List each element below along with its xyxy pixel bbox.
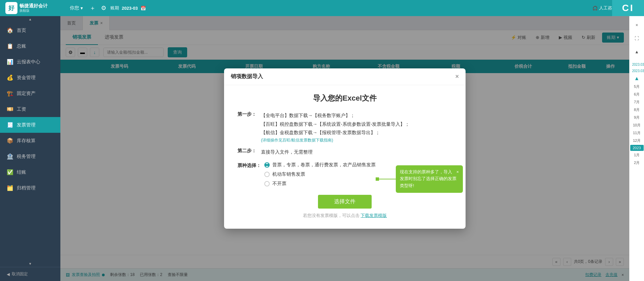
- sidebar-item-settle[interactable]: ✅ 结账: [0, 164, 60, 180]
- fund-icon: 💰: [7, 74, 13, 81]
- sidebar-item-inventory[interactable]: 📦 库存核算: [0, 133, 60, 149]
- ticket-choice: 票种选择： 普票，专票，卷票，通行费发票，农产品销售发票 机动车销售发票: [237, 162, 452, 187]
- radio-option-2[interactable]: 机动车销售发票: [264, 171, 376, 177]
- settings-icon[interactable]: ⚙: [101, 4, 106, 12]
- radio-circle-1: [264, 162, 270, 168]
- sidebar-item-tax[interactable]: 🏦 税务管理: [0, 149, 60, 164]
- sidebar-item-label: 归档管理: [17, 185, 36, 191]
- logo-sub: 旗舰版: [19, 8, 48, 13]
- tooltip-text: 现在支持的票种多了，导入发票时别忘了选择正确的发票类型呀!: [400, 169, 457, 188]
- month-2[interactable]: 2月: [630, 159, 644, 166]
- radio-group: 普票，专票，卷票，通行费发票，农产品销售发票 机动车销售发票 不开票: [264, 162, 376, 187]
- headset-icon: 🎧: [592, 6, 598, 11]
- month-sep-up[interactable]: ▲: [630, 74, 644, 82]
- modal-footer-text: 若您没有发票模版，可以点击: [303, 213, 360, 218]
- select-file-button[interactable]: 选择文件: [318, 195, 372, 209]
- month-10[interactable]: 10月: [630, 122, 644, 129]
- month-7[interactable]: 7月: [630, 99, 644, 106]
- fixed-icon: 🏗️: [7, 90, 13, 97]
- period-selector[interactable]: 账期 2023-03 📅: [110, 5, 146, 11]
- company-selector[interactable]: 你您 ▾: [70, 5, 83, 11]
- modal-close-button[interactable]: ×: [455, 73, 459, 80]
- step1-line2: 【百旺】税控盘数据下载→【系统设置-系统参数设置-发票批量导入】；: [261, 120, 452, 128]
- right-panel-close-button[interactable]: ×: [631, 19, 643, 31]
- modal-overlay: 销项数据导入 × 导入您的Excel文件 第一步： 【全电平台】数据下载→【税务…: [60, 16, 629, 281]
- inventory-icon: 📦: [7, 137, 13, 144]
- modal-title: 销项数据导入: [231, 73, 263, 80]
- radio-label-1: 普票，专票，卷票，通行费发票，农产品销售发票: [272, 162, 376, 168]
- logo-text: 畅捷通好会计: [19, 3, 48, 9]
- sidebar-item-label: 库存核算: [17, 138, 36, 144]
- topbar: 好 畅捷通好会计 旗舰版 你您 ▾ ＋ ⚙ 账期 2023-03 📅 🎧 人工咨…: [0, 0, 644, 16]
- topbar-actions: ＋ ⚙: [90, 4, 106, 12]
- sidebar-item-invoice[interactable]: 🧾 发票管理: [0, 117, 60, 133]
- step2-content: 直接导入文件，无需整理: [261, 148, 452, 156]
- radio-label-3: 不开票: [272, 181, 286, 187]
- right-panel-up-button[interactable]: ▲: [631, 46, 643, 58]
- tooltip-bubble: × 现在支持的票种多了，导入发票时别忘了选择正确的发票类型呀!: [396, 165, 463, 193]
- sidebar-item-archive[interactable]: 🗂️ 归档管理: [0, 180, 60, 196]
- month-2023-03[interactable]: 2023.03: [630, 62, 644, 67]
- sidebar-item-label: 总账: [17, 43, 26, 49]
- month-2023-03b[interactable]: 2023.03: [630, 68, 644, 74]
- month-2023[interactable]: 2023: [630, 145, 644, 151]
- chevron-down-icon: ▾: [80, 5, 83, 11]
- ticket-label: 票种选择：: [237, 162, 261, 169]
- calendar-icon: 📅: [141, 6, 146, 11]
- right-panel: × ⛶ ▲ 2023.03 2023.03 ▲ 5月 6月 7月 8月 9月 1…: [629, 16, 644, 281]
- sidebar-scroll-up[interactable]: ▲: [0, 16, 60, 22]
- sidebar-item-ledger[interactable]: 📋 总账: [0, 38, 60, 54]
- step2-row: 第二步： 直接导入文件，无需整理: [237, 148, 452, 156]
- step1-content: 【全电平台】数据下载→【税务数字账户】； 【百旺】税控盘数据下载→【系统设置-系…: [261, 111, 452, 144]
- modal-btn-row: 选择文件: [237, 195, 452, 209]
- settle-icon: ✅: [7, 169, 13, 175]
- ci-badge: CI: [612, 0, 644, 16]
- logo: 好 畅捷通好会计 旗舰版: [5, 2, 66, 14]
- tooltip-container: × 现在支持的票种多了，导入发票时别忘了选择正确的发票类型呀!: [376, 165, 463, 193]
- radio-circle-2: [264, 172, 270, 177]
- month-6[interactable]: 6月: [630, 91, 644, 98]
- archive-icon: 🗂️: [7, 185, 13, 191]
- modal-header: 销项数据导入 ×: [224, 68, 466, 85]
- sidebar-item-home[interactable]: 🏠 首页: [0, 22, 60, 38]
- report-icon: 📊: [7, 59, 13, 65]
- month-11[interactable]: 11月: [630, 129, 644, 136]
- sidebar-item-fixed[interactable]: 🏗️ 固定资产: [0, 86, 60, 101]
- sidebar-scroll-down[interactable]: ▼: [0, 261, 60, 267]
- step1-label: 第一步：: [237, 111, 261, 144]
- tooltip-dot: [376, 177, 379, 181]
- sidebar-scroll: 🏠 首页 📋 总账 📊 云报表中心 💰 资金管理 🏗️ 固定资产 💴 工: [0, 22, 60, 261]
- download-template-link[interactable]: 下载发票模版: [361, 213, 387, 218]
- sidebar-item-report[interactable]: 📊 云报表中心: [0, 54, 60, 70]
- month-8[interactable]: 8月: [630, 106, 644, 113]
- month-5[interactable]: 5月: [630, 83, 644, 90]
- modal-body: 导入您的Excel文件 第一步： 【全电平台】数据下载→【税务数字账户】； 【百…: [224, 85, 466, 228]
- sidebar-item-label: 税务管理: [17, 154, 36, 160]
- radio-option-3[interactable]: 不开票: [264, 181, 376, 187]
- add-icon[interactable]: ＋: [90, 4, 96, 12]
- right-panel-expand-button[interactable]: ⛶: [631, 32, 643, 44]
- tooltip-line: [379, 179, 396, 179]
- radio-option-1[interactable]: 普票，专票，卷票，通行费发票，农产品销售发票: [264, 162, 376, 168]
- sidebar-item-payroll[interactable]: 💴 工资: [0, 101, 60, 117]
- month-9[interactable]: 9月: [630, 114, 644, 121]
- month-12[interactable]: 12月: [630, 137, 644, 144]
- step1-row: 第一步： 【全电平台】数据下载→【税务数字账户】； 【百旺】税控盘数据下载→【系…: [237, 111, 452, 144]
- sidebar-item-label: 首页: [17, 27, 26, 34]
- sidebar-item-label: 云报表中心: [17, 59, 40, 65]
- home-icon: 🏠: [7, 27, 13, 34]
- tax-icon: 🏦: [7, 153, 13, 160]
- ledger-icon: 📋: [7, 43, 13, 49]
- radio-label-2: 机动车销售发票: [272, 171, 305, 177]
- step1-link[interactable]: (详细操作见百旺/航信发票数据下载指南): [261, 137, 452, 144]
- step1-line1: 【全电平台】数据下载→【税务数字账户】；: [261, 111, 452, 120]
- sidebar: ▲ 🏠 首页 📋 总账 📊 云报表中心 💰 资金管理 🏗️ 固定资产: [0, 16, 60, 281]
- pin-icon: ◀: [7, 272, 10, 277]
- sidebar-item-fund[interactable]: 💰 资金管理: [0, 70, 60, 86]
- step2-label: 第二步：: [237, 148, 261, 156]
- month-1[interactable]: 1月: [630, 152, 644, 159]
- logo-icon: 好: [5, 2, 17, 14]
- sidebar-cancel-pin[interactable]: ◀ 取消固定: [0, 267, 60, 281]
- import-modal: 销项数据导入 × 导入您的Excel文件 第一步： 【全电平台】数据下载→【税务…: [224, 68, 466, 228]
- tooltip-close-button[interactable]: ×: [456, 169, 459, 176]
